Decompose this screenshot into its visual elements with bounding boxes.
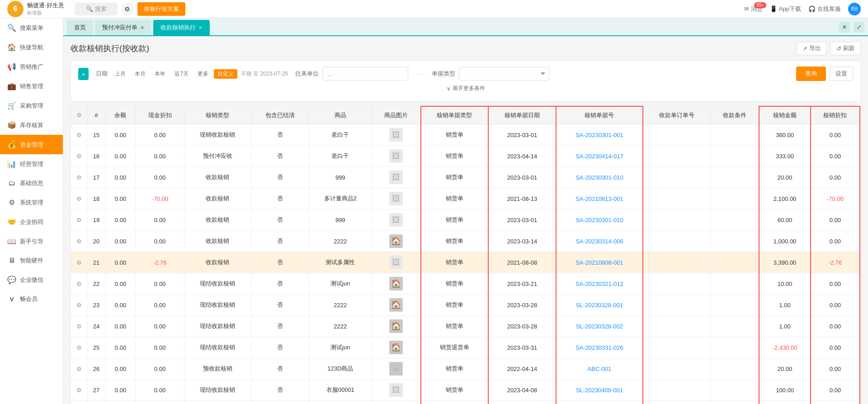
row-settings-icon[interactable]: ⚙ (76, 238, 82, 245)
date-custom[interactable]: 自定义 (214, 69, 237, 79)
settings-col-icon[interactable]: ⚙ (76, 112, 82, 119)
date-last-month[interactable]: 上月 (111, 69, 129, 79)
app-brand-info: 畅捷通·好生意 标准版 (27, 1, 64, 16)
td-writeoff-doc-type: 销货单 (421, 209, 489, 231)
td-seq: 27 (87, 380, 105, 401)
sidebar-item-finance[interactable]: 💰 资金管理 (0, 135, 63, 154)
writeoff-doc-link[interactable]: SL-20230328-002 (576, 323, 623, 330)
date-this-year[interactable]: 本年 (151, 69, 169, 79)
writeoff-doc-link[interactable]: SA-20210808-001 (576, 259, 623, 266)
tab-prepay[interactable]: 预付冲应付单 ✕ (95, 20, 151, 35)
writeoff-doc-link[interactable]: SA-20230301-010 (576, 174, 623, 181)
online-service-item[interactable]: 🎧 在线客服 (808, 5, 841, 13)
td-writeoff-doc-date: 2021-08-13 (488, 188, 556, 209)
industry-btn[interactable]: 体验行业方案 (137, 2, 185, 16)
sidebar-item-marketing[interactable]: 📢 营销推广 (0, 57, 63, 76)
row-settings-icon[interactable]: ⚙ (76, 366, 82, 372)
td-writeoff-doc-no: SA-20230331-026 (556, 337, 643, 358)
writeoff-doc-link[interactable]: SL-20230408-001 (576, 387, 623, 394)
expand-row: ∨ 展开更多条件 (78, 81, 853, 96)
writeoff-doc-link[interactable]: SL-20230328-001 (576, 302, 623, 309)
td-balance: 0.00 (105, 295, 136, 316)
sidebar-item-shortcut[interactable]: 🏠 快捷导航 (0, 38, 63, 57)
writeoff-doc-link[interactable]: SA-20230321-012 (576, 280, 623, 287)
notification-item[interactable]: ✉ 消息 99+ (744, 5, 763, 13)
td-writeoff-doc-type: 销货单 (421, 380, 489, 401)
row-settings-icon[interactable]: ⚙ (76, 153, 82, 160)
td-balance: 0.00 (105, 124, 136, 146)
sidebar-item-sales[interactable]: 💼 销售管理 (0, 76, 63, 96)
td-goods: 123D商品 (309, 358, 372, 380)
td-writeoff-amount: 2,100.00 (759, 188, 811, 209)
td-seq: 28 (87, 401, 105, 404)
user-avatar[interactable]: Rit (848, 3, 861, 15)
sidebar-item-wechat[interactable]: 💬 企业微信 (0, 270, 63, 290)
td-included-settled: 否 (251, 358, 309, 380)
date-this-month[interactable]: 本月 (131, 69, 149, 79)
sidebar-item-guide[interactable]: 📖 新手引导 (0, 232, 63, 251)
td-writeoff-doc-no: SL-20230418-001 (556, 401, 643, 404)
row-settings-icon[interactable]: ⚙ (76, 302, 82, 309)
sidebar-item-search[interactable]: 🔍 搜索菜单 (0, 18, 63, 38)
sidebar-item-enterprise[interactable]: 🤝 企业协同 (0, 212, 63, 232)
sidebar-item-operations[interactable]: 📊 经营管理 (0, 154, 63, 174)
table-row: ⚙ 20 0.00 0.00 收款核销 否 2222 🏠 销货单 2023-03… (71, 231, 860, 252)
top-search-input[interactable]: 🔍 搜索 (75, 3, 118, 15)
row-settings-icon[interactable]: ⚙ (76, 259, 82, 266)
sidebar-item-system[interactable]: ⚙ 系统管理 (0, 193, 63, 212)
sidebar-item-member[interactable]: V 畅会员 (0, 290, 63, 309)
tab-home[interactable]: 首页 (67, 20, 93, 35)
query-btn[interactable]: 查询 (796, 67, 826, 81)
partner-input[interactable] (322, 67, 408, 81)
row-settings-icon[interactable]: ⚙ (76, 132, 82, 138)
row-settings-icon[interactable]: ⚙ (76, 217, 82, 223)
row-settings-icon[interactable]: ⚙ (76, 174, 82, 181)
sidebar-label-inventory: 库存核算 (20, 121, 43, 129)
writeoff-doc-link[interactable]: SA-20230314-008 (576, 238, 623, 245)
sidebar-item-hardware[interactable]: 🖥 智能硬件 (0, 251, 63, 270)
table-row: ⚙ 28 0.00 0.00 现结收款核销 否 2222 🏠 销货单 2023-… (71, 401, 860, 404)
sidebar-item-inventory[interactable]: 📦 库存核算 (0, 115, 63, 135)
gear-button[interactable]: ⚙ (121, 3, 134, 15)
doc-type-select[interactable] (459, 67, 549, 81)
writeoff-doc-link[interactable]: SA-20210813-001 (576, 195, 623, 202)
sidebar-item-purchase[interactable]: 🛒 采购管理 (0, 96, 63, 115)
td-cash-discount: -70.00 (136, 188, 184, 209)
app-download-item[interactable]: 📱 App下载 (770, 5, 801, 13)
row-settings-icon[interactable]: ⚙ (76, 387, 82, 394)
writeoff-doc-link[interactable]: SA-20230414-017 (576, 153, 623, 160)
marketing-icon: 📢 (7, 62, 16, 71)
row-settings-icon[interactable]: ⚙ (76, 195, 82, 202)
table-row: ⚙ 24 0.00 0.00 现结收款核销 否 2222 🏠 销货单 2023-… (71, 316, 860, 337)
writeoff-doc-link[interactable]: ABC-001 (588, 366, 612, 372)
td-seq: 21 (87, 252, 105, 273)
writeoff-doc-link[interactable]: SA-20230331-026 (576, 344, 623, 351)
tab-prepay-close[interactable]: ✕ (140, 25, 144, 31)
filter-toggle-btn[interactable]: » (78, 68, 89, 80)
td-goods-image: 🏠 (372, 316, 420, 337)
date-more[interactable]: 更多 (194, 69, 212, 79)
writeoff-doc-link[interactable]: SA-20230301-010 (576, 217, 623, 223)
row-settings-icon[interactable]: ⚙ (76, 323, 82, 330)
td-collection-order-no (643, 380, 710, 401)
date-7days[interactable]: 近7天 (171, 69, 192, 79)
row-settings-icon[interactable]: ⚙ (76, 344, 82, 351)
writeoff-doc-link[interactable]: SA-20230301-001 (576, 132, 623, 138)
settings-btn[interactable]: 设置 (830, 67, 853, 81)
refresh-btn[interactable]: ↺ 刷新 (830, 42, 861, 55)
td-cash-discount: 0.00 (136, 337, 184, 358)
tab-collection[interactable]: 收款核销执行 ✕ (153, 20, 210, 35)
content-area: 首页 预付冲应付单 ✕ 收款核销执行 ✕ ✕ ⤢ 收款核销执行(按收款) (63, 18, 868, 404)
row-settings-icon[interactable]: ⚙ (76, 280, 82, 287)
table-row: ⚙ 15 0.00 0.00 现销收款核销 否 老白干 🖼 销货单 2023-0… (71, 124, 860, 146)
tab-collection-close[interactable]: ✕ (198, 25, 203, 31)
sidebar-item-basic[interactable]: 🗂 基础信息 (0, 174, 63, 193)
tab-expand-btn[interactable]: ⤢ (854, 22, 864, 33)
export-btn[interactable]: ↗ 导出 (797, 42, 827, 55)
expand-btn[interactable]: ∨ 展开更多条件 (447, 85, 485, 92)
tab-close-btn[interactable]: ✕ (839, 22, 850, 33)
td-collection-order-no (643, 146, 710, 167)
td-writeoff-doc-date: 2023-04-08 (488, 380, 556, 401)
td-cash-discount: 0.00 (136, 316, 184, 337)
td-settings: ⚙ (71, 167, 87, 188)
